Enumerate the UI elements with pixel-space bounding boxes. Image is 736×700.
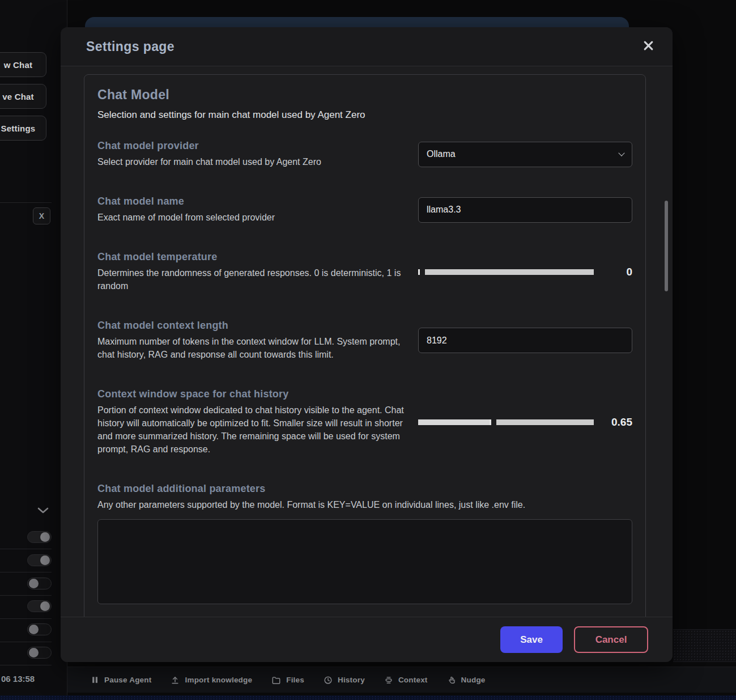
field-context-window-space: Context window space for chat history Po… bbox=[97, 388, 632, 456]
field-chat-model-name: Chat model name Exact name of model from… bbox=[97, 196, 632, 224]
field-additional-parameters: Chat model additional parameters Any oth… bbox=[97, 483, 632, 604]
sidebar-button-label: Settings bbox=[1, 124, 36, 133]
sidebar-toggle-6[interactable] bbox=[27, 647, 52, 659]
sidebar-button-label: ve Chat bbox=[2, 92, 34, 101]
sidebar-divider bbox=[0, 642, 52, 642]
pause-icon bbox=[91, 676, 99, 684]
sidebar-button-save-chat[interactable]: ve Chat bbox=[0, 84, 46, 109]
chat-input-edge-strip bbox=[0, 695, 736, 700]
toolbar-label: Import knowledge bbox=[185, 676, 252, 684]
toolbar-import-knowledge[interactable]: Import knowledge bbox=[171, 676, 252, 685]
field-label: Chat model temperature bbox=[97, 251, 411, 263]
sidebar-button-settings[interactable]: Settings bbox=[0, 116, 46, 141]
section-subtitle: Selection and settings for main chat mod… bbox=[97, 109, 632, 121]
field-label: Chat model context length bbox=[97, 320, 411, 332]
slider-remainder bbox=[425, 269, 594, 275]
sidebar-divider bbox=[0, 618, 52, 619]
toolbar-label: History bbox=[338, 676, 365, 684]
field-label: Chat model name bbox=[97, 196, 411, 207]
slider-track bbox=[418, 419, 594, 425]
toggle-knob bbox=[29, 648, 39, 657]
field-chat-model-temperature: Chat model temperature Determines the ra… bbox=[97, 251, 632, 292]
toolbar-label: Nudge bbox=[461, 676, 486, 684]
toolbar-label: Pause Agent bbox=[104, 676, 151, 684]
slider-gap bbox=[420, 269, 425, 275]
sidebar-button-label: w Chat bbox=[4, 60, 32, 70]
slider-track bbox=[418, 269, 594, 275]
slider-gap bbox=[491, 419, 496, 425]
toolbar-label: Files bbox=[286, 676, 304, 684]
toolbar-label: Context bbox=[398, 676, 428, 684]
modal-scroll-area[interactable]: Chat Model Selection and settings for ma… bbox=[61, 66, 673, 617]
field-description: Portion of context window dedicated to c… bbox=[97, 404, 411, 456]
history-space-slider[interactable]: 0.65 bbox=[418, 416, 632, 429]
sidebar-toggle-2[interactable] bbox=[27, 554, 52, 566]
sidebar-divider bbox=[0, 202, 52, 203]
history-space-value: 0.65 bbox=[594, 416, 632, 429]
toggle-knob bbox=[40, 601, 50, 611]
toolbar-pause-agent[interactable]: Pause Agent bbox=[91, 676, 151, 684]
modal-title: Settings page bbox=[86, 39, 175, 54]
sidebar-toggle-5[interactable] bbox=[27, 623, 52, 635]
additional-parameters-textarea[interactable] bbox=[97, 519, 632, 604]
field-description: Maximum number of tokens in the context … bbox=[97, 335, 411, 361]
selected-provider-value: Ollama bbox=[427, 149, 456, 159]
clock-icon bbox=[324, 676, 333, 685]
field-chat-model-context-length: Chat model context length Maximum number… bbox=[97, 320, 632, 361]
temperature-slider[interactable]: 0 bbox=[418, 266, 632, 278]
sidebar-button-new-chat[interactable]: w Chat bbox=[0, 52, 46, 77]
modal-close-button[interactable] bbox=[643, 40, 654, 53]
folder-icon bbox=[271, 676, 281, 685]
modal-footer: Save Cancel bbox=[61, 617, 673, 662]
toolbar-nudge[interactable]: Nudge bbox=[447, 676, 486, 685]
close-icon bbox=[643, 40, 654, 53]
sidebar-toggle-4[interactable] bbox=[27, 600, 52, 612]
bottom-toolbar: Pause Agent Import knowledge Files Histo… bbox=[67, 667, 736, 693]
modal-header: Settings page bbox=[61, 27, 673, 66]
sidebar-toggle-1[interactable] bbox=[27, 531, 52, 543]
field-chat-model-provider: Chat model provider Select provider for … bbox=[97, 140, 632, 168]
slider-fill bbox=[418, 419, 490, 425]
field-description: Determines the randomness of generated r… bbox=[97, 266, 411, 292]
chevron-down-icon bbox=[618, 150, 624, 156]
field-label: Chat model additional parameters bbox=[97, 483, 632, 495]
slider-remainder bbox=[496, 419, 594, 425]
toolbar-history[interactable]: History bbox=[324, 676, 365, 685]
chat-input-texture bbox=[673, 629, 736, 662]
cancel-button[interactable]: Cancel bbox=[574, 626, 648, 653]
toggle-knob bbox=[29, 625, 39, 634]
field-label: Chat model provider bbox=[97, 140, 411, 152]
modal-scrollbar-thumb[interactable] bbox=[665, 201, 668, 291]
context-stack-icon bbox=[384, 676, 393, 685]
context-length-input[interactable] bbox=[418, 328, 632, 353]
chat-model-section: Chat Model Selection and settings for ma… bbox=[84, 74, 646, 617]
save-button[interactable]: Save bbox=[500, 626, 563, 653]
pointing-hand-icon bbox=[447, 676, 456, 685]
field-description: Any other parameters supported by the mo… bbox=[97, 498, 632, 511]
toggle-knob bbox=[40, 532, 50, 542]
chat-model-provider-select[interactable]: Ollama bbox=[418, 142, 632, 167]
toggle-knob bbox=[40, 555, 50, 565]
toolbar-files[interactable]: Files bbox=[271, 676, 304, 685]
field-label: Context window space for chat history bbox=[97, 388, 411, 400]
sidebar-divider bbox=[0, 665, 52, 665]
x-icon: X bbox=[39, 211, 44, 220]
upload-icon bbox=[171, 676, 180, 685]
status-clock: 06 13:58 bbox=[1, 674, 35, 684]
chevron-down-icon[interactable] bbox=[35, 506, 51, 516]
field-description: Exact name of model from selected provid… bbox=[97, 211, 411, 224]
sidebar-divider bbox=[0, 572, 52, 572]
toggle-knob bbox=[29, 579, 39, 588]
chat-model-name-input[interactable] bbox=[418, 197, 632, 223]
sidebar-toggle-3[interactable] bbox=[27, 578, 52, 589]
temperature-value: 0 bbox=[594, 266, 632, 278]
field-description: Select provider for main chat model used… bbox=[97, 155, 411, 168]
sidebar-divider bbox=[0, 549, 52, 549]
sidebar-close-chat-button[interactable]: X bbox=[33, 207, 50, 224]
sidebar-divider bbox=[0, 595, 52, 596]
toolbar-context[interactable]: Context bbox=[384, 676, 428, 685]
sidebar: w Chat ve Chat Settings X 06 13:58 bbox=[0, 0, 67, 700]
section-title: Chat Model bbox=[97, 87, 632, 103]
settings-modal: Settings page Chat Model Selection and s… bbox=[61, 27, 673, 662]
